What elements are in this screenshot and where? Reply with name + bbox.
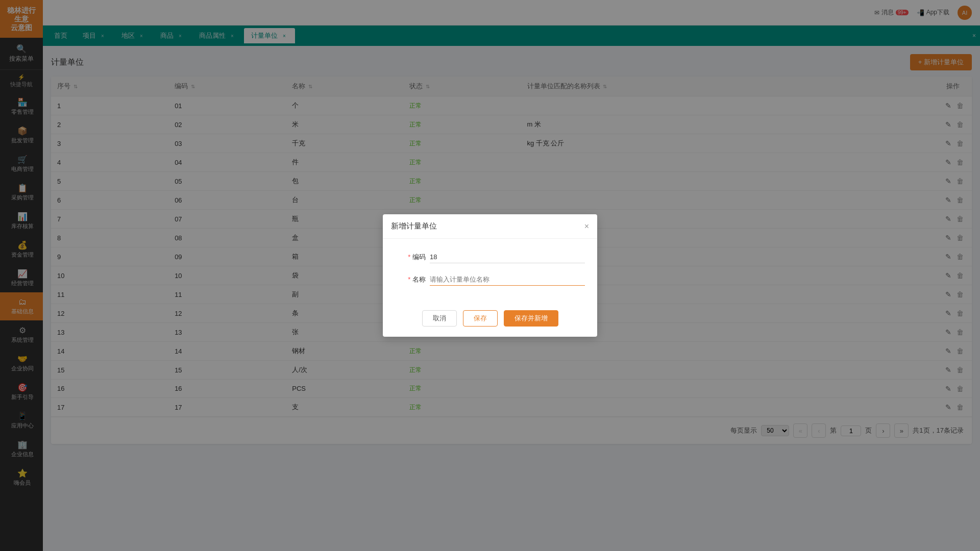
save-new-button[interactable]: 保存并新增: [504, 310, 558, 327]
add-unit-modal: 新增计量单位 × 编码 名称 取消 保存: [383, 214, 597, 337]
modal-close-button[interactable]: ×: [584, 222, 589, 231]
name-input[interactable]: [430, 273, 585, 286]
modal-body: 编码 名称: [383, 239, 597, 304]
code-label: 编码: [395, 253, 426, 262]
form-row-code: 编码: [395, 251, 585, 263]
save-button[interactable]: 保存: [463, 310, 498, 327]
modal-footer: 取消 保存 保存并新增: [383, 304, 597, 337]
name-label: 名称: [395, 275, 426, 284]
form-row-name: 名称: [395, 273, 585, 286]
modal-header: 新增计量单位 ×: [383, 214, 597, 239]
code-input[interactable]: [430, 251, 585, 263]
cancel-button[interactable]: 取消: [422, 310, 457, 327]
modal-overlay: 新增计量单位 × 编码 名称 取消 保存: [0, 0, 980, 551]
modal-title: 新增计量单位: [391, 221, 437, 231]
